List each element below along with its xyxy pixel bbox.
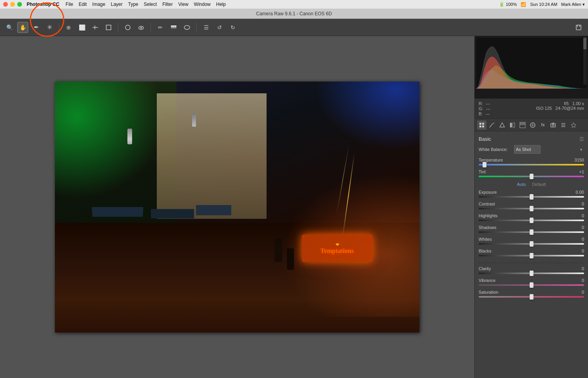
basic-panel-header: Basic ☰ [475, 134, 588, 144]
menu-edit[interactable]: Edit [79, 2, 87, 7]
tab-basic[interactable] [477, 120, 486, 130]
saturation-track[interactable] [479, 296, 584, 298]
vibrance-thumb[interactable] [530, 282, 534, 288]
iso: ISO 125 [536, 106, 552, 111]
hand-tool[interactable]: ✋ [17, 22, 28, 33]
temperature-row: Temperature 3150 [475, 157, 588, 169]
menu-file[interactable]: File [65, 2, 73, 7]
gradient-filter-tool[interactable] [168, 22, 179, 33]
tab-snapshots[interactable] [569, 120, 578, 130]
menu-select[interactable]: Select [144, 2, 157, 7]
svg-rect-21 [523, 123, 524, 125]
saturation-row: Saturation 0 [475, 289, 588, 301]
tab-camera-calibration[interactable] [548, 120, 558, 130]
tab-detail[interactable] [518, 120, 527, 130]
camera-info: f/5 1.00 s ISO 125 24-70@24 mm [536, 101, 584, 111]
exposure-value: 0.00 [570, 190, 584, 194]
exposure-track[interactable] [479, 196, 584, 198]
shadows-thumb[interactable] [530, 229, 534, 235]
contrast-track[interactable] [479, 208, 584, 209]
close-button[interactable] [3, 2, 8, 7]
zoom-tool[interactable]: 🔍 [4, 22, 15, 33]
highlights-row: Highlights 0 [475, 213, 588, 224]
clarity-track[interactable] [479, 273, 584, 274]
color-info: R: --- G: --- B: --- f/5 [475, 99, 588, 119]
save-settings-tool[interactable] [573, 22, 584, 33]
whites-track[interactable] [479, 243, 584, 245]
transform-tool[interactable] [103, 22, 114, 33]
whites-label: Whites [479, 237, 492, 242]
vibrance-label: Vibrance [479, 278, 495, 283]
tint-label: Tint [479, 169, 486, 174]
temperature-track[interactable] [479, 164, 584, 165]
crop-tool[interactable]: ⬜ [76, 22, 87, 33]
user-name: Mark Allen ▾ [561, 2, 585, 7]
menu-image[interactable]: Image [92, 2, 105, 7]
wb-dropdown[interactable]: As Shot Auto Daylight Cloudy Shade Tungs… [514, 145, 541, 154]
spot-removal-tool[interactable] [122, 22, 133, 33]
maximize-button[interactable] [17, 2, 22, 7]
basic-menu-icon[interactable]: ☰ [579, 136, 584, 142]
tab-effects[interactable]: fx [538, 120, 548, 130]
tab-tone-curve[interactable] [487, 120, 497, 130]
auto-button[interactable]: Auto [517, 182, 526, 187]
blacks-track[interactable] [479, 255, 584, 256]
shadows-track[interactable] [479, 231, 584, 233]
green-glow [55, 82, 165, 199]
canvas-area: ❤ Temptations [0, 36, 474, 378]
vibrance-track[interactable] [479, 284, 584, 286]
minimize-button[interactable] [10, 2, 15, 7]
svg-point-3 [125, 25, 130, 30]
default-button[interactable]: Default [532, 182, 546, 187]
menu-help[interactable]: Help [216, 2, 226, 7]
rotate-right-tool[interactable]: ↻ [227, 22, 238, 33]
tab-split-toning[interactable] [508, 120, 517, 130]
temperature-thumb[interactable] [483, 162, 486, 167]
tab-hsl[interactable] [497, 120, 507, 130]
bottom-spacer [475, 301, 588, 309]
toolbar: 🔍 ✋ ✒ ✳ ⊕ ⬜ ✏ ☰ ↺ ↻ [0, 19, 588, 36]
exposure-thumb[interactable] [530, 194, 534, 200]
contrast-thumb[interactable] [530, 206, 534, 211]
content: ❤ Temptations [0, 36, 588, 378]
color-sampler-tool[interactable]: ✳ [44, 22, 55, 33]
highlights-track[interactable] [479, 220, 584, 221]
lantern-2 [192, 113, 196, 127]
straighten-tool[interactable] [90, 22, 101, 33]
app-body: 🔍 ✋ ✒ ✳ ⊕ ⬜ ✏ ☰ ↺ ↻ [0, 19, 588, 378]
shadows-value: 0 [570, 225, 584, 230]
saturation-thumb[interactable] [530, 294, 534, 300]
separator-2 [118, 23, 118, 32]
rgb-values: R: --- G: --- B: --- [479, 101, 490, 116]
red-eye-tool[interactable] [136, 22, 147, 33]
whites-thumb[interactable] [530, 241, 534, 247]
clarity-thumb[interactable] [530, 271, 534, 276]
blacks-thumb[interactable] [530, 253, 534, 258]
radial-filter-tool[interactable] [181, 22, 192, 33]
whites-row: Whites 0 [475, 236, 588, 248]
menu-window[interactable]: Window [194, 2, 211, 7]
targeted-adjustment-tool[interactable]: ⊕ [63, 22, 74, 33]
adjustment-brush-tool[interactable]: ✏ [155, 22, 166, 33]
tab-lens[interactable] [528, 120, 537, 130]
tint-track[interactable] [479, 176, 584, 177]
menu-view[interactable]: View [178, 2, 189, 7]
white-balance-tool[interactable]: ✒ [31, 22, 42, 33]
right-panel: R: --- G: --- B: --- f/5 [474, 36, 588, 378]
temperature-value: 3150 [570, 158, 584, 162]
r-value: --- [486, 101, 490, 106]
presets-tool[interactable]: ☰ [201, 22, 212, 33]
highlights-thumb[interactable] [530, 218, 534, 223]
rotate-left-tool[interactable]: ↺ [214, 22, 225, 33]
tab-presets[interactable] [559, 120, 568, 130]
separator-1 [59, 23, 59, 32]
aperture: f/5 [564, 101, 569, 106]
clarity-row: Clarity 0 [475, 265, 588, 277]
svg-rect-6 [171, 25, 176, 29]
menu-type[interactable]: Type [128, 2, 138, 7]
menu-filter[interactable]: Filter [162, 2, 173, 7]
temperature-label: Temperature [479, 158, 503, 162]
tint-thumb[interactable] [530, 174, 534, 179]
menu-layer[interactable]: Layer [111, 2, 123, 7]
photo-background: ❤ Temptations [55, 82, 419, 333]
